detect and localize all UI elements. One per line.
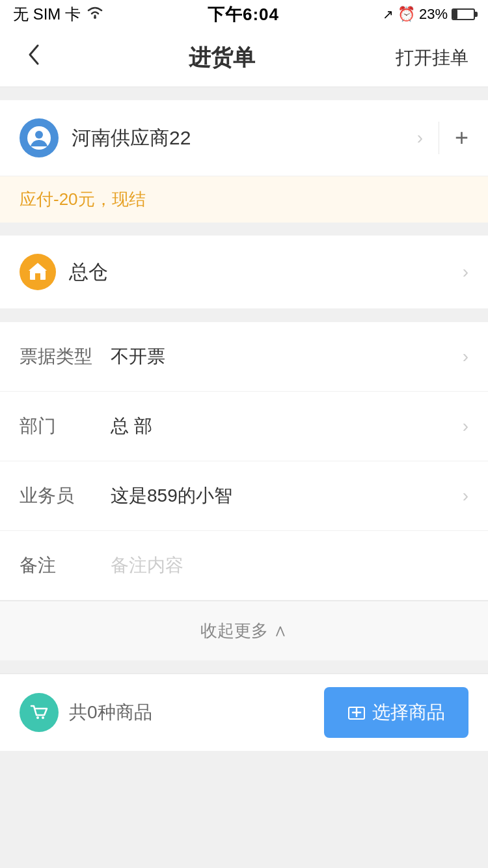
chevron-right-icon: ›: [417, 128, 423, 148]
svg-rect-4: [35, 273, 40, 280]
agent-chevron-icon: ›: [463, 485, 468, 506]
svg-point-1: [35, 131, 43, 139]
vertical-divider: [439, 122, 439, 154]
svg-point-0: [94, 16, 96, 19]
notice-text: 应付-20元，现结: [20, 189, 146, 209]
svg-point-6: [42, 716, 44, 719]
add-button[interactable]: +: [455, 124, 468, 152]
svg-marker-3: [29, 263, 47, 271]
invoice-chevron-icon: ›: [463, 346, 468, 367]
collapse-button[interactable]: 收起更多 ∧: [0, 601, 488, 660]
supplier-actions: › +: [417, 122, 468, 154]
wifi-icon: [86, 5, 104, 23]
warehouse-chevron-icon: ›: [463, 262, 468, 282]
dept-row[interactable]: 部门 总 部 ›: [0, 391, 488, 461]
product-count: 共0种商品: [69, 700, 152, 725]
avatar: [20, 118, 59, 157]
footer-bar: 共0种商品 选择商品: [0, 673, 488, 751]
alarm-icon: ⏰: [398, 6, 415, 23]
status-indicators: ↗ ⏰ 23%: [383, 6, 475, 23]
form-section: 票据类型 不开票 › 部门 总 部 › 业务员 这是859的小智 › 备注 备注…: [0, 321, 488, 660]
back-button[interactable]: [20, 36, 48, 79]
warehouse-row[interactable]: 总仓 ›: [0, 236, 488, 308]
invoice-label: 票据类型: [20, 344, 98, 369]
dept-value: 总 部: [111, 414, 463, 439]
warehouse-label: 总仓: [69, 259, 463, 286]
section-gap-4: [0, 660, 488, 673]
remark-input[interactable]: 备注内容: [111, 553, 468, 578]
notice-bar: 应付-20元，现结: [0, 176, 488, 223]
supplier-section: 河南供应商22 › + 应付-20元，现结: [0, 100, 488, 223]
collapse-label: 收起更多 ∧: [200, 621, 287, 640]
section-gap-3: [0, 308, 488, 321]
bottom-area: [0, 751, 488, 868]
status-carrier: 无 SIM 卡: [13, 4, 104, 25]
section-gap-1: [0, 87, 488, 100]
battery-percent: 23%: [419, 6, 448, 23]
invoice-row[interactable]: 票据类型 不开票 ›: [0, 321, 488, 391]
status-bar: 无 SIM 卡 下午6:04 ↗ ⏰ 23%: [0, 0, 488, 29]
footer-left: 共0种商品: [20, 693, 152, 732]
nav-bar: 进货单 打开挂单: [0, 29, 488, 87]
dept-label: 部门: [20, 414, 98, 439]
location-icon: ↗: [383, 7, 394, 22]
open-pending-button[interactable]: 打开挂单: [396, 46, 468, 70]
agent-value: 这是859的小智: [111, 483, 463, 508]
warehouse-icon: [20, 254, 56, 290]
section-gap-2: [0, 223, 488, 236]
agent-label: 业务员: [20, 483, 98, 508]
select-product-button[interactable]: 选择商品: [324, 687, 468, 738]
svg-point-5: [36, 716, 39, 719]
select-button-label: 选择商品: [372, 700, 445, 725]
status-time: 下午6:04: [208, 3, 279, 26]
carrier-text: 无 SIM 卡: [13, 4, 81, 25]
battery-icon: [452, 8, 475, 20]
cart-icon: [20, 693, 59, 732]
supplier-row[interactable]: 河南供应商22 › +: [0, 100, 488, 176]
agent-row[interactable]: 业务员 这是859的小智 ›: [0, 461, 488, 530]
remark-label: 备注: [20, 553, 98, 578]
warehouse-section: 总仓 ›: [0, 236, 488, 308]
remark-row[interactable]: 备注 备注内容: [0, 530, 488, 601]
page-title: 进货单: [189, 43, 255, 73]
supplier-name: 河南供应商22: [72, 125, 417, 152]
invoice-value: 不开票: [111, 344, 463, 369]
dept-chevron-icon: ›: [463, 416, 468, 437]
